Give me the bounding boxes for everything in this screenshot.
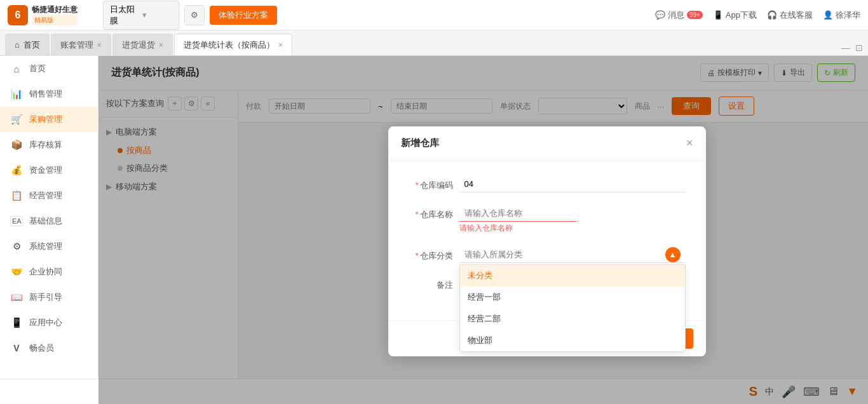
name-field-wrapper: 请输入仓库名称: [459, 205, 686, 234]
finance-icon: 💰: [10, 165, 23, 176]
store-selector-arrow: ▾: [142, 10, 172, 20]
dropdown-item-dept1[interactable]: 经营一部: [460, 286, 685, 308]
add-warehouse-modal: 新增仓库 × *仓库编码 *仓库名称: [388, 126, 706, 356]
sidebar: ⌂ 首页 📊 销售管理 🛒 采购管理 📦 库存核算 💰 资金管理 📋 经营管理 …: [0, 56, 98, 404]
tab-maximize-icon[interactable]: ⊡: [855, 43, 863, 53]
message-icon: 💬: [655, 10, 665, 20]
dropdown-item-dept2[interactable]: 经营二部: [460, 308, 685, 330]
sidebar-item-basic-info[interactable]: EA 基础信息: [0, 208, 98, 234]
user-group[interactable]: 👤 徐泽华: [823, 10, 860, 21]
logo-icon: 6: [8, 5, 28, 25]
content-area: 进货单统计(按商品) 🖨 按模板打印 ▾ ⬇ 导出 ↻ 刷新: [98, 56, 868, 404]
app-sidebar-icon: 📱: [10, 317, 23, 328]
system-icon: ⚙: [10, 241, 23, 252]
sidebar-item-enterprise[interactable]: 🤝 企业协同: [0, 259, 98, 285]
sidebar-item-purchase[interactable]: 🛒 采购管理: [0, 107, 98, 132]
code-field-row: *仓库编码: [409, 176, 686, 192]
gear-icon: ⚙: [191, 10, 198, 20]
store-selector[interactable]: 日太阳膜 ▾: [103, 1, 179, 30]
app-label: App下载: [726, 10, 757, 21]
trial-button[interactable]: 体验行业方案: [210, 6, 277, 25]
app-download-group[interactable]: 📱 App下载: [713, 10, 757, 21]
service-label: 在线客服: [780, 10, 813, 21]
header-right: 💬 消息 99+ 📱 App下载 🎧 在线客服 👤 徐泽华: [655, 10, 860, 21]
tab-purchase-stats-label: 进货单统计表（按商品）: [184, 39, 275, 51]
enterprise-icon: 🤝: [10, 266, 23, 278]
basic-info-icon: EA: [10, 216, 23, 226]
sidebar-item-app-label: 应用中心: [29, 317, 62, 328]
message-group[interactable]: 💬 消息 99+: [655, 10, 703, 21]
top-header: 6 畅捷通好生意 精易版 日太阳膜 ▾ ⚙ 体验行业方案 💬 消息 99+ 📱 …: [0, 0, 868, 30]
tab-purchase-return[interactable]: 进货退货 ×: [112, 34, 173, 55]
logo-text: 畅捷通好生意 精易版: [32, 4, 78, 25]
sidebar-item-system[interactable]: ⚙ 系统管理: [0, 234, 98, 259]
remark-label: 备注: [409, 276, 459, 291]
sidebar-item-home[interactable]: ⌂ 首页: [0, 56, 98, 81]
tab-accounts[interactable]: 账套管理 ×: [51, 34, 111, 55]
modal-title: 新增仓库: [401, 137, 439, 149]
sidebar-item-basic-info-label: 基础信息: [29, 215, 62, 227]
sidebar-item-operations-label: 经营管理: [29, 190, 62, 201]
modal-close-button[interactable]: ×: [686, 137, 693, 150]
sidebar-item-membership-label: 畅会员: [29, 342, 54, 354]
tab-home[interactable]: ⌂ 首页: [5, 34, 50, 55]
sidebar-item-purchase-label: 采购管理: [29, 114, 62, 125]
phone-icon: 📱: [713, 10, 723, 20]
guide-icon: 📖: [10, 292, 23, 303]
store-name: 日太阳膜: [110, 4, 140, 27]
sidebar-item-system-label: 系统管理: [29, 241, 62, 252]
logo-area: 6 畅捷通好生意 精易版: [8, 4, 103, 25]
sidebar-item-guide[interactable]: 📖 新手引导: [0, 285, 98, 310]
sidebar-item-inventory-label: 库存核算: [29, 139, 62, 151]
sales-icon: 📊: [10, 88, 23, 100]
category-dropdown-toggle[interactable]: ▲: [665, 247, 681, 262]
tab-minimize-icon[interactable]: —: [841, 43, 850, 53]
tab-purchase-return-close[interactable]: ×: [159, 41, 163, 50]
sidebar-item-app[interactable]: 📱 应用中心: [0, 310, 98, 335]
name-input[interactable]: [459, 205, 576, 222]
home-icon: ⌂: [15, 40, 20, 50]
modal-body: *仓库编码 *仓库名称 请输入仓库名称: [388, 161, 706, 320]
main-layout: ⌂ 首页 📊 销售管理 🛒 采购管理 📦 库存核算 💰 资金管理 📋 经营管理 …: [0, 56, 868, 404]
user-icon: 👤: [823, 10, 833, 20]
name-error-msg: 请输入仓库名称: [459, 223, 686, 234]
online-service-group[interactable]: 🎧 在线客服: [767, 10, 813, 21]
tab-accounts-label: 账套管理: [60, 39, 93, 51]
settings-gear-button[interactable]: ⚙: [184, 5, 205, 25]
dropdown-item-unclassified[interactable]: 未分类: [460, 265, 685, 286]
sidebar-item-sales-label: 销售管理: [29, 88, 62, 100]
user-name: 徐泽华: [836, 10, 860, 21]
tab-home-label: 首页: [24, 39, 40, 51]
inventory-icon: 📦: [10, 139, 23, 151]
purchase-icon: 🛒: [10, 114, 23, 125]
tab-purchase-stats[interactable]: 进货单统计表（按商品） ×: [174, 34, 292, 55]
sidebar-item-operations[interactable]: 📋 经营管理: [0, 183, 98, 208]
code-input[interactable]: [459, 176, 686, 192]
modal-header: 新增仓库 ×: [388, 126, 706, 161]
notification-badge: 99+: [687, 11, 703, 19]
category-input[interactable]: [459, 246, 686, 263]
sidebar-item-sales[interactable]: 📊 销售管理: [0, 81, 98, 107]
home-sidebar-icon: ⌂: [10, 64, 23, 74]
sidebar-item-home-label: 首页: [29, 63, 46, 74]
sidebar-item-inventory[interactable]: 📦 库存核算: [0, 132, 98, 158]
name-field-row: *仓库名称 请输入仓库名称: [409, 205, 686, 234]
membership-icon: V: [10, 343, 23, 353]
dropdown-item-dept3[interactable]: 物业部: [460, 330, 685, 351]
code-label: *仓库编码: [409, 176, 459, 191]
headset-icon: 🎧: [767, 10, 777, 20]
operations-icon: 📋: [10, 190, 23, 201]
tab-bar-actions: — ⊡: [841, 43, 863, 55]
category-dropdown-wrapper: ▲ 未分类 经营一部 经营二部 物业部: [459, 246, 686, 263]
name-label: *仓库名称: [409, 205, 459, 220]
category-field-row: *仓库分类 ▲ 未分类 经营一部 经营二部 物业部: [409, 246, 686, 263]
sidebar-item-finance[interactable]: 💰 资金管理: [0, 158, 98, 183]
sidebar-item-membership[interactable]: V 畅会员: [0, 335, 98, 361]
message-label: 消息: [668, 10, 684, 21]
header-center: 日太阳膜 ▾ ⚙ 体验行业方案: [103, 1, 655, 30]
tab-accounts-close[interactable]: ×: [97, 41, 102, 50]
sidebar-item-guide-label: 新手引导: [29, 292, 62, 303]
tab-bar: ⌂ 首页 账套管理 × 进货退货 × 进货单统计表（按商品） × — ⊡: [0, 30, 868, 56]
tab-purchase-stats-close[interactable]: ×: [278, 41, 283, 50]
category-dropdown-list: 未分类 经营一部 经营二部 物业部: [459, 264, 686, 352]
